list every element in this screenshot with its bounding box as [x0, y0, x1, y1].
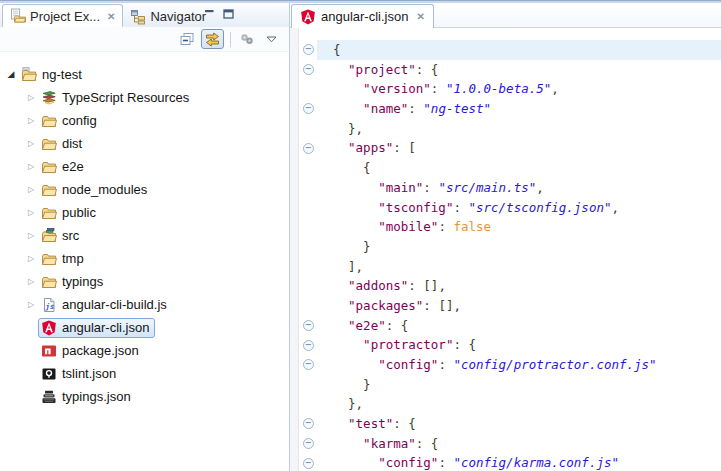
tree-item-src[interactable]: ▷src [0, 224, 289, 247]
token-k: "tsconfig" [378, 200, 453, 215]
editor-tab-angular-cli-json[interactable]: angular-cli.json✕ [291, 4, 434, 28]
view-pulldown-button[interactable] [261, 29, 281, 49]
code-line-7[interactable]: { [317, 158, 721, 178]
tree-item-ng-test[interactable]: ◢ng-test [0, 63, 289, 86]
tree-item-angular-cli-json[interactable]: angular-cli.json [0, 316, 289, 339]
tree-item-node-modules[interactable]: ▷node_modules [0, 178, 289, 201]
token-k: "config" [378, 357, 438, 372]
tree-item-package-json[interactable]: package.json [0, 339, 289, 362]
fold-collapse-icon[interactable]: − [303, 340, 314, 351]
tree-item-box: typings [38, 272, 109, 292]
fold-collapse-icon[interactable]: − [303, 458, 314, 469]
fold-collapse-icon[interactable]: − [303, 64, 314, 75]
code-line-14[interactable]: "packages": [], [317, 296, 721, 316]
token-p: : [], [423, 298, 461, 313]
code-line-4[interactable]: "name": "ng-test" [317, 99, 721, 119]
gutter-row-11 [299, 237, 317, 257]
tree-item-typescript-resources[interactable]: ▷TypeScript Resources [0, 86, 289, 109]
code-line-2[interactable]: "project": { [317, 60, 721, 80]
token-p [333, 200, 378, 215]
fold-collapse-icon[interactable]: − [303, 418, 314, 429]
tree-item-label: ng-test [42, 67, 82, 82]
gutter-row-9 [299, 198, 317, 218]
twistie-collapsed-icon[interactable]: ▷ [24, 86, 38, 109]
view-tab-navigator[interactable]: Navigator [123, 6, 213, 27]
tree-item-dist[interactable]: ▷dist [0, 132, 289, 155]
code-line-19[interactable]: }, [317, 394, 721, 414]
code-line-8[interactable]: "main": "src/main.ts", [317, 178, 721, 198]
code-line-5[interactable]: }, [317, 119, 721, 139]
code-line-22[interactable]: "config": "config/karma.conf.js" [317, 453, 721, 471]
tree-item-typings[interactable]: ▷typings [0, 270, 289, 293]
token-p: : [423, 180, 438, 195]
token-p [333, 357, 378, 372]
editor-area: angular-cli.json✕ −−−−−−−−−− { "project"… [290, 3, 721, 471]
tree-item-public[interactable]: ▷public [0, 201, 289, 224]
close-icon[interactable]: ✕ [416, 11, 424, 22]
code-line-9[interactable]: "tsconfig": "src/tsconfig.json", [317, 198, 721, 218]
tree-item-tmp[interactable]: ▷tmp [0, 247, 289, 270]
tree-item-box: jsangular-cli-build.js [38, 295, 173, 315]
twistie-collapsed-icon[interactable]: ▷ [24, 224, 38, 247]
editor-tabbar: angular-cli.json✕ [290, 3, 721, 28]
fold-collapse-icon[interactable]: − [303, 143, 314, 154]
code-line-16[interactable]: "protractor": { [317, 335, 721, 355]
twistie-collapsed-icon[interactable]: ▷ [24, 201, 38, 224]
code-line-3[interactable]: "version": "1.0.0-beta.5", [317, 79, 721, 99]
twistie-collapsed-icon[interactable]: ▷ [24, 155, 38, 178]
maximize-button[interactable] [223, 9, 234, 19]
token-p: : { [416, 436, 439, 451]
code-line-6[interactable]: "apps": [ [317, 138, 721, 158]
tree-item-box: ng-test [18, 65, 88, 85]
code-line-11[interactable]: } [317, 237, 721, 257]
twistie-collapsed-icon[interactable]: ▷ [24, 247, 38, 270]
link-with-editor-icon [204, 32, 221, 47]
twistie-collapsed-icon[interactable]: ▷ [24, 132, 38, 155]
code-line-20[interactable]: "test": { [317, 414, 721, 434]
code-line-15[interactable]: "e2e": { [317, 316, 721, 336]
code-line-17[interactable]: "config": "config/protractor.conf.js" [317, 355, 721, 375]
view-menu-button[interactable] [237, 29, 257, 49]
code-line-1[interactable]: { [317, 40, 721, 60]
tree-item-config[interactable]: ▷config [0, 109, 289, 132]
tree-item-label: tmp [62, 251, 84, 266]
code-line-10[interactable]: "mobile": false [317, 217, 721, 237]
token-p [333, 298, 348, 313]
code-line-21[interactable]: "karma": { [317, 434, 721, 454]
tree-item-tslint-json[interactable]: tslint.json [0, 362, 289, 385]
minimize-button[interactable] [204, 9, 215, 19]
token-p: { [333, 160, 371, 175]
fold-collapse-icon[interactable]: − [303, 320, 314, 331]
code-line-18[interactable]: } [317, 375, 721, 395]
tree-item-typings-json[interactable]: typings.json [0, 385, 289, 408]
twistie-collapsed-icon[interactable]: ▷ [24, 109, 38, 132]
code-line-12[interactable]: ], [317, 257, 721, 277]
fold-collapse-icon[interactable]: − [303, 103, 314, 114]
navigator-icon [130, 9, 146, 25]
link-with-editor-button[interactable] [201, 29, 224, 49]
collapse-all-icon [179, 32, 195, 47]
fold-collapse-icon[interactable]: − [303, 359, 314, 370]
token-s: "ng-test" [423, 101, 491, 116]
fold-collapse-icon[interactable]: − [303, 44, 314, 55]
view-tab-label: Navigator [150, 9, 206, 24]
collapse-all-button[interactable] [177, 29, 197, 49]
twistie-expanded-icon[interactable]: ◢ [4, 63, 18, 86]
folder-icon [41, 274, 57, 290]
twistie-collapsed-icon[interactable]: ▷ [24, 293, 38, 316]
code-area[interactable]: { "project": { "version": "1.0.0-beta.5"… [317, 28, 721, 471]
code-line-13[interactable]: "addons": [], [317, 276, 721, 296]
token-p [333, 436, 363, 451]
tree-item-angular-cli-build-js[interactable]: ▷jsangular-cli-build.js [0, 293, 289, 316]
token-p: : [438, 455, 453, 470]
close-icon[interactable]: ✕ [107, 11, 115, 22]
twistie-collapsed-icon[interactable]: ▷ [24, 178, 38, 201]
tree-item-e2e[interactable]: ▷e2e [0, 155, 289, 178]
tree-item-box: TypeScript Resources [38, 88, 195, 108]
twistie-collapsed-icon[interactable]: ▷ [24, 270, 38, 293]
token-p: }, [333, 396, 363, 411]
token-k: "name" [363, 101, 408, 116]
view-tab-project-explorer[interactable]: Project Ex...✕ [2, 4, 123, 27]
token-p: : [438, 219, 453, 234]
fold-collapse-icon[interactable]: − [303, 438, 314, 449]
